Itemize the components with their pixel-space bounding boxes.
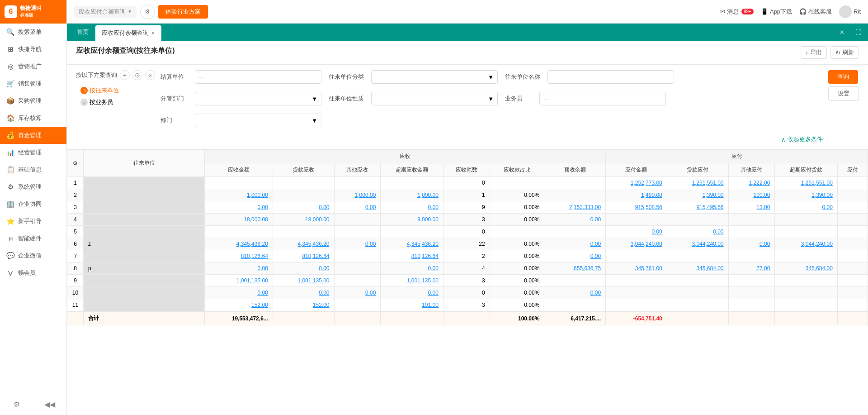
cell-shr[interactable]: 1,000.00	[205, 189, 273, 201]
cell-otherr[interactable]	[334, 299, 381, 312]
cell-shp[interactable]: 1,490.00	[606, 189, 667, 201]
cell-loanp[interactable]	[667, 275, 728, 287]
close-icon[interactable]: ×	[151, 30, 155, 36]
cell-shp[interactable]	[606, 299, 667, 312]
sidebar-item-wechat[interactable]: 💬 企业微信	[0, 247, 66, 264]
sidebar-item-sales[interactable]: 🛒 销售管理	[0, 75, 66, 92]
sidebar-item-quicknav[interactable]: ⊞ 快捷导航	[0, 41, 66, 58]
cell-loanp[interactable]	[667, 250, 728, 262]
cell-shp[interactable]: 915,508.56	[606, 201, 667, 214]
cell-loanp[interactable]: 345,684.00	[667, 262, 728, 275]
cell-overr[interactable]: 0.00	[381, 201, 443, 214]
cell-overp[interactable]: 1,390.00	[775, 189, 838, 201]
cell-loanr[interactable]: 0.00	[273, 201, 334, 214]
cell-overr[interactable]: 1,001,135.00	[381, 275, 443, 287]
cell-prepay[interactable]: 2,153,333.00	[544, 201, 606, 214]
cell-otherp[interactable]	[728, 287, 775, 299]
cell-shr[interactable]	[205, 226, 273, 238]
gear-col-header[interactable]: ⚙	[67, 150, 84, 177]
cell-overr[interactable]: 810,126.64	[381, 250, 443, 262]
cell-shr[interactable]: 1,001,135.00	[205, 275, 273, 287]
industry-button[interactable]: 体验行业方案	[158, 5, 208, 19]
cell-overr[interactable]: 0.00	[381, 287, 443, 299]
cell-overp[interactable]	[775, 299, 838, 312]
cell-shp[interactable]	[606, 275, 667, 287]
cell-otherr[interactable]	[334, 262, 381, 275]
cell-prepay[interactable]: 0.00	[544, 250, 606, 262]
cell-loanp[interactable]	[667, 287, 728, 299]
sidebar-item-search[interactable]: 🔍 搜索菜单	[0, 24, 66, 41]
sidebar-item-hardware[interactable]: 🖥 智能硬件	[0, 230, 66, 247]
sidebar-item-member[interactable]: V 畅会员	[0, 264, 66, 281]
partner-name-input[interactable]	[547, 70, 674, 84]
cell-otherp[interactable]	[728, 214, 775, 226]
close-window-button[interactable]: ✕	[835, 26, 848, 38]
cell-otherr[interactable]: 0.00	[334, 238, 381, 250]
cell-otherp[interactable]: 1,222.00	[728, 177, 775, 189]
cell-loanr[interactable]: 152.00	[273, 299, 334, 312]
scheme-settings-button[interactable]: ⊙	[132, 70, 142, 80]
cell-shp[interactable]: 0.00	[606, 226, 667, 238]
cell-overp[interactable]	[775, 214, 838, 226]
sidebar-item-finance[interactable]: 💰 资金管理	[0, 127, 66, 144]
cell-shr[interactable]: 18,000.00	[205, 214, 273, 226]
cell-shr[interactable]	[205, 177, 273, 189]
export-button[interactable]: ↑ 导出	[801, 46, 827, 59]
set-button[interactable]: 设置	[828, 86, 859, 101]
cell-loanr[interactable]: 0.00	[273, 262, 334, 275]
user-menu-button[interactable]: Rit	[839, 5, 861, 18]
cell-prepay[interactable]: 0.00	[544, 238, 606, 250]
cell-overr[interactable]	[381, 177, 443, 189]
cell-overr[interactable]	[381, 226, 443, 238]
refresh-button[interactable]: ↻ 刷新	[830, 46, 859, 59]
cell-loanr[interactable]	[273, 226, 334, 238]
cell-loanr[interactable]: 4,345,436.20	[273, 238, 334, 250]
app-download-button[interactable]: 📱 App下载	[761, 8, 792, 16]
cell-loanr[interactable]	[273, 189, 334, 201]
cell-prepay[interactable]: 0.00	[544, 214, 606, 226]
messages-button[interactable]: ✉ 消息 99+	[720, 8, 754, 16]
cell-shr[interactable]: 0.00	[205, 287, 273, 299]
cell-overp[interactable]: 345,684.00	[775, 262, 838, 275]
cell-overp[interactable]: 3,044,240.00	[775, 238, 838, 250]
cell-overp[interactable]	[775, 226, 838, 238]
service-button[interactable]: 🎧 在线客服	[799, 8, 832, 16]
cell-loanp[interactable]: 915,495.56	[667, 201, 728, 214]
cell-prepay[interactable]: 0.00	[544, 287, 606, 299]
cell-otherr[interactable]	[334, 275, 381, 287]
cell-overr[interactable]: 0.00	[381, 262, 443, 275]
cell-shr[interactable]: 0.00	[205, 201, 273, 214]
cell-overp[interactable]: 0.00	[775, 201, 838, 214]
sidebar-item-inventory[interactable]: 🏠 库存核算	[0, 110, 66, 127]
dept-select[interactable]: ▼	[195, 92, 321, 105]
branch-dept-select[interactable]: ▼	[195, 114, 321, 127]
cell-prepay[interactable]	[544, 226, 606, 238]
cell-loanp[interactable]: 1,390.00	[667, 189, 728, 201]
cell-loanp[interactable]	[667, 214, 728, 226]
table-container[interactable]: ⚙ 往来单位 应收 应付 应收金额 贷款应收 其他应收 超期应收金额 应收笔数 …	[67, 149, 868, 415]
sidebar-item-marketing[interactable]: ◎ 营销推广	[0, 58, 66, 75]
cell-shr[interactable]: 152.00	[205, 299, 273, 312]
cell-otherp[interactable]	[728, 275, 775, 287]
cell-otherr[interactable]	[334, 250, 381, 262]
cell-otherr[interactable]: 0.00	[334, 287, 381, 299]
cell-otherp[interactable]: 0.00	[728, 238, 775, 250]
sidebar-item-basicinfo[interactable]: 📋 基础信息	[0, 161, 66, 178]
cell-prepay[interactable]	[544, 177, 606, 189]
cell-otherr[interactable]	[334, 226, 381, 238]
cell-otherr[interactable]	[334, 177, 381, 189]
cell-otherp[interactable]: 13.00	[728, 201, 775, 214]
cell-shp[interactable]: 1,252,773.00	[606, 177, 667, 189]
cell-shr[interactable]: 810,126.64	[205, 250, 273, 262]
cell-otherp[interactable]	[728, 250, 775, 262]
cell-shp[interactable]: 345,761.00	[606, 262, 667, 275]
sidebar-item-operations[interactable]: 📊 经营管理	[0, 144, 66, 161]
cell-loanr[interactable]: 18,000.00	[273, 214, 334, 226]
cell-prepay[interactable]	[544, 275, 606, 287]
settlement-unit-input[interactable]: ···	[195, 70, 321, 84]
scheme-option-salesperson[interactable]: ○ 按业务员	[76, 96, 155, 108]
cell-shp[interactable]	[606, 287, 667, 299]
cell-loanp[interactable]: 1,251,551.00	[667, 177, 728, 189]
settings-button[interactable]: ⚙	[9, 397, 24, 411]
cell-otherr[interactable]: 1,000.00	[334, 189, 381, 201]
